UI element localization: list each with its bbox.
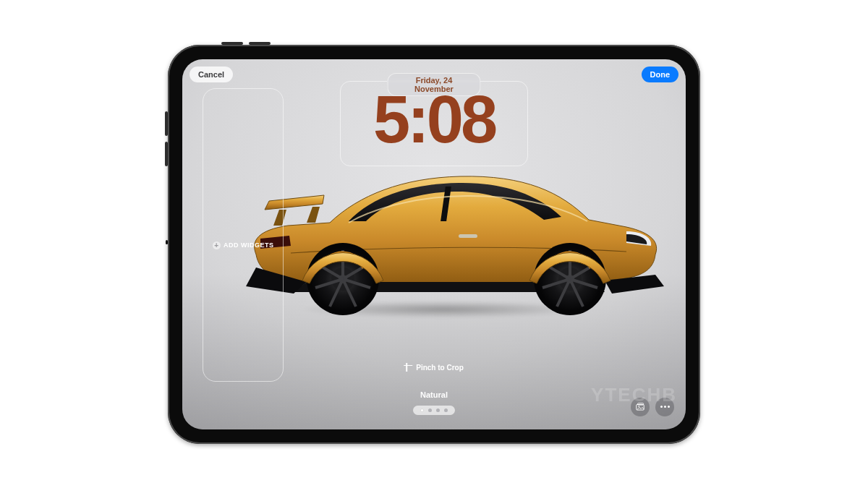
photos-button[interactable] [631, 398, 650, 416]
add-widgets-button[interactable]: + ADD WIDGETS [213, 241, 274, 249]
add-widgets-label: ADD WIDGETS [224, 241, 274, 249]
top-button-2 [249, 42, 271, 45]
plus-circle-icon: + [213, 241, 221, 249]
crop-icon [404, 364, 412, 372]
pinch-label: Pinch to Crop [416, 364, 464, 372]
filter-name-label: Natural [420, 390, 448, 399]
more-button[interactable] [655, 398, 674, 416]
clock-edit-box[interactable]: Friday, 24 November 5:08 [340, 81, 528, 166]
page-dot [444, 408, 448, 412]
filter-page-indicator[interactable] [413, 406, 455, 415]
pinch-to-crop-hint: Pinch to Crop [404, 364, 464, 372]
svg-rect-2 [459, 234, 477, 238]
clock-time[interactable]: 5:08 [341, 86, 527, 153]
widget-slot-left[interactable] [203, 88, 284, 382]
cancel-label: Cancel [198, 70, 224, 79]
lock-screen-editor: + ADD WIDGETS Friday, 24 November 5:08 C… [182, 59, 686, 429]
photos-icon [635, 402, 645, 412]
microphone-hole [166, 240, 168, 244]
ellipsis-icon [660, 406, 670, 408]
volume-down-button [165, 142, 168, 166]
page-dot [428, 408, 432, 412]
done-label: Done [650, 70, 671, 79]
wallpaper-car[interactable] [221, 145, 670, 318]
page-dot [436, 408, 440, 412]
svg-point-27 [638, 406, 639, 407]
page-dot [420, 408, 424, 412]
svg-rect-26 [638, 403, 644, 404]
done-button[interactable]: Done [642, 67, 679, 82]
volume-up-button [165, 111, 168, 136]
ipad-device-frame: + ADD WIDGETS Friday, 24 November 5:08 C… [168, 45, 700, 444]
top-button-1 [221, 42, 243, 45]
cancel-button[interactable]: Cancel [190, 67, 233, 82]
